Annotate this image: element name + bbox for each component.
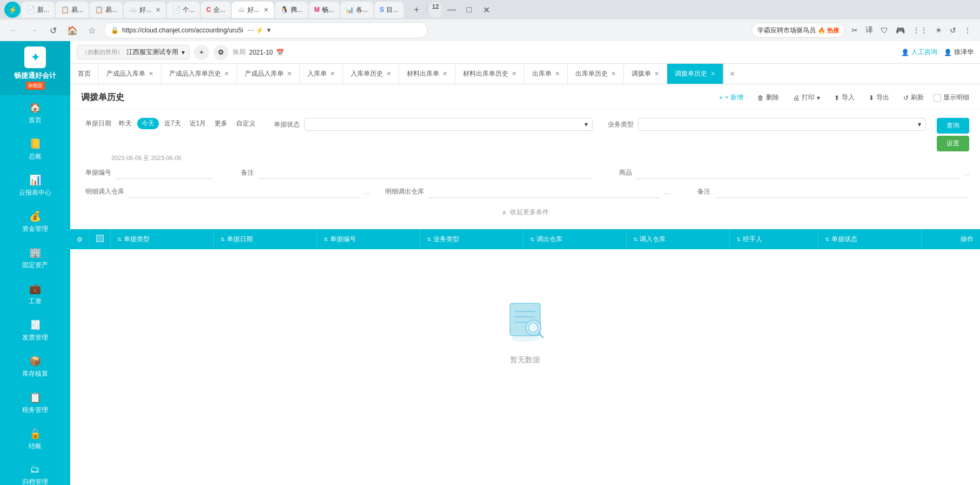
- detail-in-wh-input[interactable]: [129, 185, 360, 198]
- tab10-x-icon[interactable]: ✕: [611, 70, 616, 77]
- undo-tool[interactable]: ↺: [948, 25, 958, 36]
- settings-company-btn[interactable]: ⚙: [213, 45, 229, 60]
- calendar-icon[interactable]: 📅: [276, 49, 284, 56]
- sidebar-item-invoices[interactable]: 🧾 发票管理: [0, 313, 70, 349]
- page-tab-4[interactable]: 产成品入库单 ✕: [237, 64, 300, 84]
- tab12-x-icon[interactable]: ✕: [710, 70, 715, 77]
- browser-tab-11[interactable]: S 目...: [374, 2, 404, 18]
- th-gear[interactable]: ⚙: [70, 229, 90, 249]
- browser-tab-10[interactable]: 📊 各...: [340, 2, 373, 18]
- tabs-close-all[interactable]: ✕: [723, 64, 741, 84]
- browser-tab-2[interactable]: 📋 易...: [56, 2, 89, 18]
- detail-out-wh-input[interactable]: [428, 185, 660, 198]
- refresh-nav-btn[interactable]: ↺: [45, 23, 61, 38]
- page-tab-7[interactable]: 材料出库单 ✕: [399, 64, 455, 84]
- company-selector[interactable]: （勿删勿禁用） 江西服宝测试专用 ▾: [77, 45, 190, 59]
- minimize-btn[interactable]: ―: [444, 2, 459, 17]
- page-tab-12[interactable]: 调拨单历史 ✕: [667, 64, 723, 84]
- tab3-x-icon[interactable]: ✕: [224, 70, 229, 77]
- date-btn-today[interactable]: 今天: [137, 118, 159, 129]
- detail-out-more-icon[interactable]: ...: [664, 188, 669, 196]
- browser-tab-9[interactable]: M 畅...: [309, 2, 339, 18]
- theme-tool[interactable]: ☀: [933, 25, 944, 36]
- page-tab-home[interactable]: 首页: [70, 64, 99, 84]
- date-btn-7days[interactable]: 近7天: [161, 118, 184, 129]
- detail-in-more-icon[interactable]: ...: [365, 188, 370, 196]
- scissors-tool[interactable]: ✂: [849, 25, 860, 36]
- sidebar-item-inventory[interactable]: 📦 库存核算: [0, 349, 70, 385]
- date-btn-1month[interactable]: 近1月: [186, 118, 210, 129]
- page-tab-3[interactable]: 产成品入库单历史 ✕: [162, 64, 237, 84]
- page-tab-9[interactable]: 出库单 ✕: [525, 64, 568, 84]
- date-btn-more[interactable]: 更多: [211, 118, 231, 129]
- delete-btn[interactable]: 🗑 删除: [753, 91, 783, 104]
- export-btn[interactable]: ⬇ 导出: [864, 91, 894, 104]
- th-doc-date[interactable]: ⇅ 单据日期: [213, 229, 317, 249]
- select-all-checkbox[interactable]: [96, 235, 104, 242]
- search-box[interactable]: 学霸应聘市场驱鸟员 🔥 热搜: [751, 23, 845, 38]
- support-btn[interactable]: 👤 人工咨询: [901, 48, 937, 57]
- goods-input[interactable]: [636, 167, 959, 179]
- query-btn[interactable]: 查询: [937, 118, 969, 134]
- page-tab-5[interactable]: 入库单 ✕: [300, 64, 343, 84]
- sidebar-item-tax[interactable]: 📋 税务管理: [0, 385, 70, 421]
- browser-tab-8[interactable]: 🐧 腾...: [275, 2, 308, 18]
- th-operator[interactable]: ⇅ 经手人: [729, 229, 818, 249]
- tab7-x-icon[interactable]: ✕: [442, 70, 447, 77]
- doc-status-select[interactable]: ▾: [304, 118, 592, 131]
- page-tab-6[interactable]: 入库单历史 ✕: [343, 64, 399, 84]
- new-btn[interactable]: + + 新增: [715, 91, 748, 104]
- import-btn[interactable]: ⬆ 导入: [830, 91, 859, 104]
- th-biz-type[interactable]: ⇅ 业务类型: [420, 229, 523, 249]
- tab2-x-icon[interactable]: ✕: [149, 70, 153, 77]
- refresh-btn[interactable]: ↺ 刷新: [899, 91, 928, 104]
- more-tool[interactable]: ⋮: [962, 25, 974, 36]
- sidebar-item-archive[interactable]: 🗂 归档管理: [0, 457, 70, 485]
- th-doc-no[interactable]: ⇅ 单据编号: [317, 229, 420, 249]
- goods-more-icon[interactable]: ...: [964, 169, 969, 177]
- shield-tool[interactable]: 🛡: [878, 25, 890, 36]
- date-btn-custom[interactable]: 自定义: [233, 118, 259, 129]
- th-out-wh[interactable]: ⇅ 调出仓库: [523, 229, 626, 249]
- browser-tab-1[interactable]: 📄 新...: [22, 2, 55, 18]
- sidebar-item-closing[interactable]: 🔒 结账: [0, 421, 70, 457]
- sidebar-item-funds[interactable]: 💰 资金管理: [0, 204, 70, 240]
- page-tab-10[interactable]: 出库单历史 ✕: [568, 64, 624, 84]
- sidebar-item-assets[interactable]: 🏢 固定资产: [0, 240, 70, 276]
- browser-tab-6[interactable]: C 企...: [201, 2, 231, 18]
- address-field[interactable]: 🔒 https://cloud.chanjet.com/accounting/u…: [104, 22, 428, 38]
- back-btn[interactable]: ←: [6, 23, 22, 38]
- note-input[interactable]: [258, 167, 591, 179]
- home-nav-btn[interactable]: 🏠: [65, 23, 80, 38]
- tab9-x-icon[interactable]: ✕: [555, 70, 560, 77]
- browser-tab-3[interactable]: 📋 易...: [90, 2, 123, 18]
- tab6-x-icon[interactable]: ✕: [386, 70, 391, 77]
- th-doc-status[interactable]: ⇅ 单据状态: [818, 229, 921, 249]
- sidebar-item-ledger[interactable]: 📒 总账: [0, 131, 70, 168]
- page-tab-2[interactable]: 产成品入库单 ✕: [99, 64, 162, 84]
- apps-tool[interactable]: ⋮⋮: [910, 25, 930, 36]
- note2-input[interactable]: [715, 185, 969, 198]
- tab11-x-icon[interactable]: ✕: [654, 70, 659, 77]
- new-tab-btn[interactable]: +: [409, 2, 424, 17]
- user-info[interactable]: 👤 徐泽华: [944, 48, 974, 57]
- bookmark-btn[interactable]: ☆: [84, 23, 99, 38]
- forward-btn[interactable]: →: [26, 23, 41, 38]
- biz-type-select[interactable]: ▾: [638, 118, 926, 131]
- browser-tab-7[interactable]: ☁️ 好... ✕: [232, 2, 274, 18]
- page-tab-8[interactable]: 材料出库单历史 ✕: [455, 64, 525, 84]
- th-in-wh[interactable]: ⇅ 调入仓库: [626, 229, 729, 249]
- sidebar-item-home[interactable]: 🏠 首页: [0, 95, 70, 131]
- tab7-close-icon[interactable]: ✕: [264, 6, 269, 14]
- close-window-btn[interactable]: ✕: [479, 2, 494, 17]
- sidebar-item-wages[interactable]: 💼 工资: [0, 276, 70, 313]
- add-company-btn[interactable]: +: [194, 45, 209, 60]
- sidebar-item-reports[interactable]: 📊 云报表中心: [0, 168, 70, 204]
- maximize-btn[interactable]: □: [461, 2, 476, 17]
- browser-tab-4[interactable]: ☁️ 好... ✕: [124, 2, 166, 18]
- page-tab-11[interactable]: 调拨单 ✕: [624, 64, 667, 84]
- tab4-close-icon[interactable]: ✕: [156, 6, 160, 14]
- print-btn[interactable]: 🖨 打印 ▾: [789, 91, 824, 104]
- date-btn-yesterday[interactable]: 昨天: [116, 118, 135, 129]
- display-toggle[interactable]: 显示明细: [934, 93, 969, 102]
